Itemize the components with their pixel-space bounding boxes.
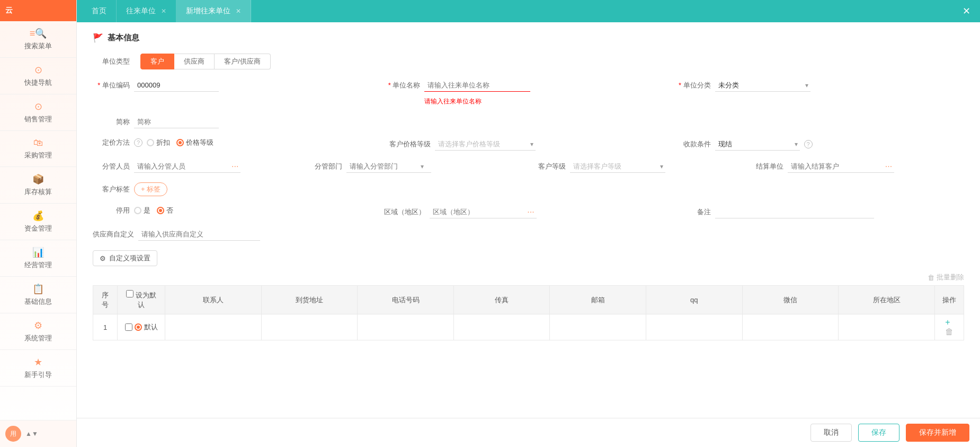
close-all-tabs[interactable]: ✕ xyxy=(958,5,975,17)
wechat-input[interactable] xyxy=(748,323,833,331)
unit-category-select[interactable]: 未分类 xyxy=(715,79,810,92)
sidebar-item-guide[interactable]: ★ 新手引导 xyxy=(0,350,76,387)
row-qq[interactable] xyxy=(646,314,742,340)
sidebar-item-purchase[interactable]: 🛍 采购管理 xyxy=(0,131,76,167)
no-radio[interactable] xyxy=(157,207,164,214)
payment-terms-select[interactable]: 现结 xyxy=(715,138,800,151)
sidebar-item-sales[interactable]: ⊙ 销售管理 xyxy=(0,94,76,131)
row-contact[interactable] xyxy=(165,314,262,340)
sidebar-item-system[interactable]: ⚙ 系统管理 xyxy=(0,313,76,350)
add-tag-button[interactable]: + 标签 xyxy=(134,182,167,196)
sidebar-item-search[interactable]: ≡🔍 搜索菜单 xyxy=(0,21,76,58)
tag-field: 客户标签 + 标签 xyxy=(93,182,964,196)
tab-home[interactable]: 首页 xyxy=(82,0,117,22)
save-button[interactable]: 保存 xyxy=(858,424,899,442)
pricing-level[interactable]: 价格等级 xyxy=(176,138,213,147)
unit-category-select-wrapper: 未分类 ▾ xyxy=(715,79,810,92)
pricing-method-field: 定价方法 ? 折扣 价格等级 xyxy=(93,138,383,147)
payment-terms-field: 收款条件 现结 ▾ ? xyxy=(674,138,964,151)
unit-code-input[interactable] xyxy=(134,79,219,92)
disabled-no[interactable]: 否 xyxy=(157,206,173,215)
manager-field: 分管人员 ··· xyxy=(93,160,310,173)
address-input[interactable] xyxy=(267,323,352,331)
main-area: 首页 往来单位 ✕ 新增往来单位 ✕ ✕ 🚩 基本信息 单位类型 客户 供应商 … xyxy=(77,0,980,447)
pricing-help-icon[interactable]: ? xyxy=(134,138,142,147)
custom-settings-button[interactable]: ⚙ 自定义项设置 xyxy=(93,250,157,266)
select-all-checkbox[interactable] xyxy=(126,290,133,297)
location-input[interactable] xyxy=(844,323,929,331)
row-address[interactable] xyxy=(261,314,358,340)
settlement-unit-field: 结算单位 ··· xyxy=(746,160,964,173)
search-icon: ≡🔍 xyxy=(30,28,47,39)
level-radio[interactable] xyxy=(176,139,184,146)
unit-type-both[interactable]: 客户/供应商 xyxy=(215,54,271,69)
disabled-field: 停用 是 否 xyxy=(93,206,383,215)
sidebar-item-quicknav[interactable]: ⊙ 快捷导航 xyxy=(0,58,76,94)
row-default-radio[interactable]: 默认 xyxy=(135,322,158,332)
pricing-discount[interactable]: 折扣 xyxy=(147,138,170,147)
unit-type-supplier[interactable]: 供应商 xyxy=(174,54,215,69)
customer-price-select[interactable]: 请选择客户价格等级 xyxy=(435,138,536,151)
cancel-button[interactable]: 取消 xyxy=(810,424,852,442)
manager-more-btn[interactable]: ··· xyxy=(229,162,240,171)
customer-level-select[interactable]: 请选择客户等级 xyxy=(570,160,665,173)
sidebar-item-inventory[interactable]: 📦 库存核算 xyxy=(0,167,76,204)
add-row-btn[interactable]: + xyxy=(945,318,950,327)
sidebar-bottom-icon: ▲▼ xyxy=(25,430,38,437)
abbr-input[interactable] xyxy=(134,116,219,128)
customer-price-select-wrapper: 请选择客户价格等级 ▾ xyxy=(435,138,536,151)
close-partners-tab[interactable]: ✕ xyxy=(161,7,166,15)
sidebar: 云 ≡🔍 搜索菜单 ⊙ 快捷导航 ⊙ 销售管理 🛍 采购管理 📦 库存核算 💰 … xyxy=(0,0,77,447)
manager-input[interactable] xyxy=(134,160,229,172)
manager-label: 分管人员 xyxy=(93,162,130,171)
sidebar-item-operations[interactable]: 📊 经营管理 xyxy=(0,240,76,277)
row-location[interactable] xyxy=(839,314,935,340)
sidebar-item-finance[interactable]: 💰 资金管理 xyxy=(0,204,76,240)
region-input[interactable] xyxy=(430,206,525,218)
email-input[interactable] xyxy=(555,323,640,331)
fax-input[interactable] xyxy=(459,323,545,331)
contact-input[interactable] xyxy=(171,323,256,331)
region-more-btn[interactable]: ··· xyxy=(525,207,536,217)
row-phone[interactable] xyxy=(358,314,454,340)
unit-type-customer[interactable]: 客户 xyxy=(140,54,174,69)
payment-help-icon[interactable]: ? xyxy=(804,140,813,148)
row-fax[interactable] xyxy=(453,314,550,340)
unit-code-label: 单位编码 xyxy=(93,81,130,90)
close-new-partner-tab[interactable]: ✕ xyxy=(236,7,241,15)
yes-radio[interactable] xyxy=(134,207,141,214)
settlement-more-btn[interactable]: ··· xyxy=(883,162,894,171)
settlement-unit-input[interactable] xyxy=(788,160,883,172)
row-checkbox[interactable] xyxy=(125,323,132,331)
save-new-button[interactable]: 保存并新增 xyxy=(906,424,969,442)
supplier-custom-row: 供应商自定义 xyxy=(93,228,964,241)
inventory-icon: 📦 xyxy=(32,173,44,185)
row-actions: + 🗑 xyxy=(934,314,964,340)
disabled-yes[interactable]: 是 xyxy=(134,206,150,215)
remark-input[interactable] xyxy=(715,206,874,218)
supplier-custom-input[interactable] xyxy=(138,228,260,241)
delete-row-btn[interactable]: 🗑 xyxy=(945,327,954,336)
sidebar-item-basic[interactable]: 📋 基础信息 xyxy=(0,277,76,313)
qq-input[interactable] xyxy=(652,323,737,331)
discount-radio[interactable] xyxy=(147,139,154,146)
disabled-radio-group: 是 否 xyxy=(134,206,173,215)
unit-name-input[interactable] xyxy=(424,79,530,92)
row-email[interactable] xyxy=(550,314,646,340)
default-radio-circle[interactable] xyxy=(135,323,142,331)
col-seq: 序号 xyxy=(93,286,118,314)
batch-delete-area[interactable]: 🗑 批量删除 xyxy=(93,273,964,282)
avatar: 用 xyxy=(5,426,21,442)
department-input[interactable] xyxy=(346,160,431,173)
customer-level-field: 客户等级 请选择客户等级 ▾ xyxy=(529,160,746,173)
phone-input[interactable] xyxy=(363,323,448,331)
tab-new-partner[interactable]: 新增往来单位 ✕ xyxy=(176,0,251,22)
supplier-custom-label: 供应商自定义 xyxy=(93,230,134,239)
row-default: 默认 xyxy=(118,314,165,340)
row-wechat[interactable] xyxy=(742,314,839,340)
payment-terms-label: 收款条件 xyxy=(674,139,711,149)
settlement-unit-input-wrapper: ··· xyxy=(788,160,894,173)
col-location: 所在地区 xyxy=(839,286,935,314)
tab-partners[interactable]: 往来单位 ✕ xyxy=(117,0,176,22)
col-contact: 联系人 xyxy=(165,286,262,314)
